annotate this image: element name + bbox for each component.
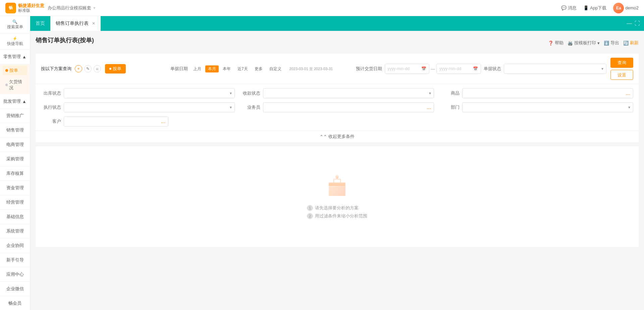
date-tab-7days[interactable]: 近7天 — [235, 65, 251, 72]
exec-status-select[interactable]: ▾ — [64, 102, 235, 112]
expected-date-end[interactable]: yyyy-mm-dd 📅 — [436, 64, 481, 74]
date-tab-more[interactable]: 更多 — [252, 65, 265, 72]
customer-item: 客户 ... — [41, 116, 168, 126]
sidebar-item-ecommerce[interactable]: 电商管理 — [0, 138, 30, 152]
ship-status-label: 出库状态 — [41, 90, 61, 96]
refresh-button[interactable]: 🔄 刷新 — [623, 40, 639, 46]
expected-date-area: 预计交货日期 yyyy-mm-dd 📅 — yyyy-mm-dd 📅 — [356, 64, 481, 74]
window-expand-icon[interactable]: ⛶ — [635, 20, 640, 27]
sidebar-item-wholesale[interactable]: 批发管理 ▲ — [0, 94, 30, 109]
date-label: 单据日期 — [168, 66, 188, 72]
sidebar-item-sales[interactable]: 销售管理 — [0, 123, 30, 138]
empty-tip-1: 1 请先选择要分析的方案 — [307, 205, 367, 211]
window-minimize-icon[interactable]: — — [627, 20, 632, 27]
sidebar-item-newbie[interactable]: 新手引导 — [0, 253, 30, 267]
ship-status-select[interactable]: ▾ — [64, 88, 235, 98]
wholesale-expand-icon: ▲ — [22, 99, 26, 104]
salesman-input[interactable]: ... — [263, 102, 434, 112]
tab-bar: 首页 销售订单执行表 ✕ — ⛶ — [30, 16, 644, 31]
message-button[interactable]: 💬 消息 — [561, 5, 577, 11]
filter-row-1: 出库状态 ▾ 收款状态 ▾ — [41, 88, 633, 98]
add-plan-button[interactable]: + — [75, 65, 82, 72]
tab-sales-order-exec[interactable]: 销售订单执行表 ✕ — [50, 16, 101, 31]
sidebar-item-corp-wechat[interactable]: 企业微信 — [0, 282, 30, 296]
empty-tip-2: 2 用过滤条件来缩小分析范围 — [307, 213, 367, 219]
filter-header: 按以下方案查询 + ✎ « 按单 单据 — [36, 54, 639, 84]
filter-row-2: 执行状态 ▾ 业务员 ... — [41, 102, 633, 112]
sidebar-item-debt[interactable]: 欠货情况 — [3, 77, 27, 93]
sidebar-item-marketing[interactable]: 营销推广 — [0, 109, 30, 123]
goods-input[interactable]: ... — [462, 88, 633, 98]
retail-expand-icon: ▲ — [22, 54, 26, 59]
sidebar-item-member[interactable]: 畅会员 — [0, 296, 30, 310]
sidebar-item-operations[interactable]: 经营管理 — [0, 195, 30, 210]
doc-status-area: 单据状态 ▾ — [481, 64, 606, 74]
breadcrumb-arrow-icon[interactable]: ▾ — [93, 5, 96, 10]
collapse-plan-icon[interactable]: « — [94, 65, 101, 72]
date-tab-custom[interactable]: 自定义 — [267, 65, 284, 72]
goods-more-icon[interactable]: ... — [626, 90, 630, 96]
expected-date-start[interactable]: yyyy-mm-dd 📅 — [385, 64, 429, 74]
edit-plan-button[interactable]: ✎ — [84, 65, 92, 72]
logo-icon: 畅 — [5, 3, 16, 13]
tab-home[interactable]: 首页 — [30, 16, 50, 31]
salesman-label: 业务员 — [240, 104, 260, 110]
customer-more-icon[interactable]: ... — [161, 118, 165, 124]
date-tabs: 上月 本月 本年 近7天 更多 自定义 — [191, 65, 284, 72]
customer-input[interactable]: ... — [64, 116, 168, 126]
sidebar-item-purchase[interactable]: 采购管理 — [0, 152, 30, 166]
help-button[interactable]: ❓ 帮助 — [548, 40, 564, 46]
goods-item: 商品 ... — [439, 88, 633, 98]
app-download-button[interactable]: 📱 App下载 — [583, 5, 606, 11]
sidebar-item-retail[interactable]: 零售管理 ▲ — [0, 50, 30, 64]
plan-list: 按单 — [105, 64, 168, 73]
sidebar-item-system[interactable]: 系统管理 — [0, 224, 30, 239]
goods-label: 商品 — [439, 90, 460, 96]
date-range-display: 2023-03-01 至 2023-03-31 — [289, 66, 333, 71]
sidebar-item-search-menu[interactable]: 🔍 搜索菜单 — [0, 16, 30, 34]
calendar-start-icon[interactable]: 📅 — [421, 66, 426, 71]
search-menu-icon: 🔍 — [3, 19, 27, 24]
settings-button[interactable]: 设置 — [610, 70, 633, 80]
doc-status-label: 单据状态 — [481, 66, 501, 72]
tip-num-1: 1 — [307, 205, 313, 211]
date-filter-area: 单据日期 上月 本月 本年 近7天 更多 自定义 2023-03-01 至 20… — [168, 65, 356, 72]
salesman-more-icon[interactable]: ... — [427, 104, 431, 110]
help-icon: ❓ — [548, 41, 553, 46]
exec-status-item: 执行状态 ▾ — [41, 102, 235, 112]
sidebar-item-inventory[interactable]: 库存核算 — [0, 166, 30, 181]
sidebar-item-app-center[interactable]: 应用中心 — [0, 267, 30, 282]
sidebar-item-finance[interactable]: 资金管理 — [0, 181, 30, 195]
date-tab-last-month[interactable]: 上月 — [191, 65, 204, 72]
dept-label: 部门 — [439, 104, 460, 110]
dept-select[interactable]: ▾ — [462, 102, 633, 112]
tab-close-icon[interactable]: ✕ — [92, 21, 95, 26]
search-button[interactable]: 查询 — [610, 58, 633, 68]
user-profile[interactable]: Ea demo2 — [613, 3, 639, 13]
doc-status-select[interactable]: ▾ — [504, 64, 606, 74]
plan-tag-by-order[interactable]: 按单 — [105, 64, 126, 73]
print-button[interactable]: 🖨️ 按模板打印 ▾ — [568, 40, 600, 46]
empty-tips: 1 请先选择要分析的方案 2 用过滤条件来缩小分析范围 — [307, 205, 367, 219]
dept-dropdown-icon: ▾ — [628, 105, 630, 110]
sidebar-item-by-order[interactable]: 按单 — [3, 65, 27, 75]
export-icon: ⬇️ — [604, 41, 609, 46]
breadcrumb: 办公用品行业模拟账套 ▾ — [48, 5, 96, 11]
results-area: 1 请先选择要分析的方案 2 用过滤条件来缩小分析范围 — [36, 146, 639, 247]
top-header: 畅 畅捷通好生意 标准版 办公用品行业模拟账套 ▾ 💬 消息 📱 App下载 E… — [0, 0, 644, 16]
date-tab-this-year[interactable]: 本年 — [220, 65, 233, 72]
avatar: Ea — [613, 3, 624, 13]
sidebar-item-basic-info[interactable]: 基础信息 — [0, 210, 30, 224]
tab-window-actions: — ⛶ — [627, 20, 644, 27]
collapse-bar[interactable]: ⌃⌃ 收起更多条件 — [36, 131, 639, 142]
export-button[interactable]: ⬇️ 导出 — [604, 40, 619, 46]
customer-label: 客户 — [41, 118, 61, 124]
date-tab-this-month[interactable]: 本月 — [205, 65, 219, 72]
sidebar-item-enterprise[interactable]: 企业协同 — [0, 239, 30, 253]
calendar-end-icon[interactable]: 📅 — [473, 66, 478, 71]
print-dropdown-icon[interactable]: ▾ — [597, 41, 600, 46]
logo-area: 畅 畅捷通好生意 标准版 — [5, 3, 44, 13]
debt-dot-icon — [5, 84, 8, 86]
sidebar-item-quick-nav[interactable]: ⚡ 快捷导航 — [0, 34, 30, 50]
payment-status-select[interactable]: ▾ — [263, 88, 434, 98]
